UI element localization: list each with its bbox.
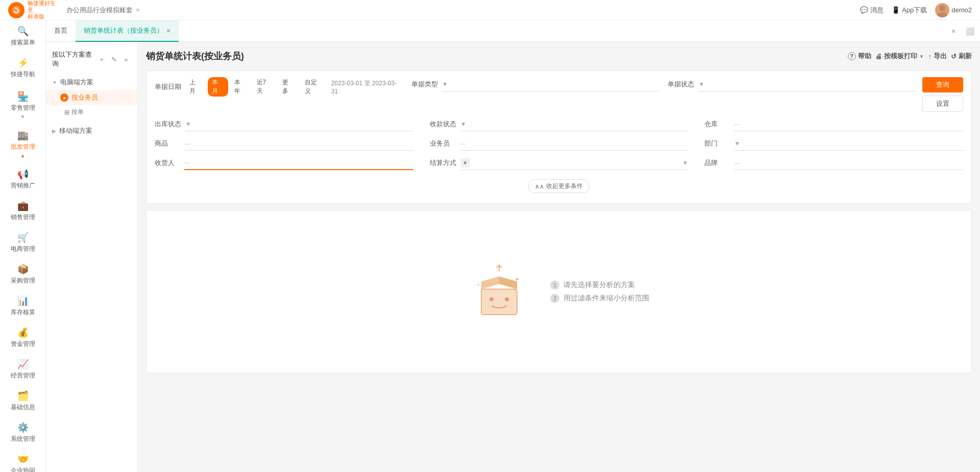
pc-section-header[interactable]: ▼ 电脑端方案 xyxy=(46,75,137,90)
sidebar-item-search[interactable]: 🔍 搜索菜单 xyxy=(0,20,45,52)
marketing-label: 营销推广 xyxy=(11,181,35,190)
query-button[interactable]: 查询 xyxy=(922,77,963,92)
out-status-label: 出库状态 xyxy=(155,120,181,129)
date-btn-more[interactable]: 更多 xyxy=(278,77,299,97)
out-status-select[interactable]: ▼ xyxy=(185,117,413,131)
panel-collapse-button[interactable]: « xyxy=(121,54,131,64)
wholesale-arrow: ▲ xyxy=(20,153,26,158)
panel-add-button[interactable]: + xyxy=(96,54,107,64)
salesman-dots[interactable]: ··· xyxy=(459,139,465,148)
warehouse-dots[interactable]: ··· xyxy=(734,120,740,128)
filter-area: 单据日期 上月 本月 本年 近7天 更多 自定义 2023-03-01 至 20… xyxy=(146,70,972,204)
mobile-section-arrow: ▶ xyxy=(52,128,56,134)
panel-sub-item-order[interactable]: ⊞ 按单 xyxy=(46,105,137,119)
sidebar-item-quicknav[interactable]: ⚡ 快捷导航 xyxy=(0,52,45,84)
help-button[interactable]: ? 帮助 xyxy=(848,52,871,61)
collapse-button[interactable]: ∧∧ 收起更多条件 xyxy=(528,179,590,193)
receiver-label: 收货人 xyxy=(155,158,180,168)
tab-close-button[interactable]: × xyxy=(166,27,170,35)
tab-maximize-button[interactable]: ⬜ xyxy=(964,25,976,37)
message-button[interactable]: 💬 消息 xyxy=(860,6,884,15)
tab-home-label: 首页 xyxy=(54,26,67,35)
mobile-section-label: 移动端方案 xyxy=(59,126,92,135)
panel-header-actions: + ✎ « xyxy=(96,54,131,64)
inventory-label: 库存核算 xyxy=(11,308,35,317)
order-type-label: 单据类型 xyxy=(411,80,438,89)
sidebar-item-marketing[interactable]: 📢 营销推广 xyxy=(0,163,45,195)
order-status-arrow: ▼ xyxy=(698,81,704,88)
sidebar-item-finance[interactable]: 💰 资金管理 xyxy=(0,322,45,353)
order-type-select[interactable]: ▼ xyxy=(442,77,660,91)
warehouse-select[interactable]: ··· xyxy=(734,117,963,131)
receipt-status-label: 收款状态 xyxy=(430,120,456,129)
filter-goods: 商品 ··· xyxy=(155,136,413,151)
sidebar-item-system[interactable]: ⚙️ 系统管理 xyxy=(0,417,45,449)
panel-edit-button[interactable]: ✎ xyxy=(109,54,119,64)
dept-label: 部门 xyxy=(704,139,730,148)
date-btn-thismonth[interactable]: 本月 xyxy=(208,77,228,97)
system-icon: ⚙️ xyxy=(17,422,29,433)
salesman-label: 业务员 xyxy=(430,139,455,148)
sidebar-item-retail[interactable]: 🏪 零售管理 ▼ xyxy=(0,86,45,125)
sidebar-item-enterprise[interactable]: 🤝 企业协同 xyxy=(0,449,45,472)
settlement-select[interactable]: × ▼ xyxy=(460,156,689,170)
collapse-icon: ∧∧ xyxy=(535,183,544,190)
print-icon: 🖨 xyxy=(875,53,882,60)
sidebar-item-basic[interactable]: 🗂️ 基础信息 xyxy=(0,385,45,417)
dept-select[interactable]: ▼ xyxy=(734,136,963,151)
warehouse-label: 仓库 xyxy=(704,120,730,129)
goods-select[interactable]: ··· xyxy=(184,136,413,151)
tab-bar-actions: × ⬜ xyxy=(947,25,980,37)
date-btn-lastmonth[interactable]: 上月 xyxy=(185,77,206,97)
tip-num-1: 1 xyxy=(550,280,559,290)
purchase-icon: 📦 xyxy=(17,264,29,275)
panel-item-salesperson[interactable]: ● 按业务员 xyxy=(46,90,137,105)
order-status-select[interactable]: ▼ xyxy=(698,77,916,91)
goods-dots[interactable]: ··· xyxy=(184,139,190,148)
sidebar-item-management[interactable]: 📈 经营管理 xyxy=(0,353,45,385)
order-icon: ⊞ xyxy=(64,109,69,116)
date-btn-custom[interactable]: 自定义 xyxy=(301,77,327,97)
receiver-dots[interactable]: ··· xyxy=(184,158,190,167)
tip-text-1: 请先选择要分析的方案 xyxy=(564,280,635,290)
sidebar-item-sales[interactable]: 💼 销售管理 xyxy=(0,195,45,227)
sidebar-item-wholesale[interactable]: 🏬 批发管理 ▲ xyxy=(0,125,45,163)
refresh-button[interactable]: ↺ 刷新 xyxy=(951,52,972,61)
basic-icon: 🗂️ xyxy=(17,390,29,402)
settlement-label: 结算方式 xyxy=(430,158,456,168)
help-label: 帮助 xyxy=(858,52,871,61)
sidebar-item-purchase[interactable]: 📦 采购管理 xyxy=(0,258,45,290)
settlement-arrow: ▼ xyxy=(682,159,688,167)
sidebar-item-ecommerce[interactable]: 🛒 电商管理 xyxy=(0,227,45,258)
sidebar-item-inventory[interactable]: 📊 库存核算 xyxy=(0,290,45,322)
salesman-select[interactable]: ··· xyxy=(459,136,689,151)
tab-current[interactable]: 销货单统计表（按业务员） × xyxy=(76,20,179,42)
export-button[interactable]: ↑ 导出 xyxy=(928,52,947,61)
page-title-area: 销货单统计表(按业务员) ? 帮助 🖨 按模板打印 ▼ xyxy=(146,50,972,62)
top-bar-left: 畅捷通好生意标准版 办公用品行业模拟账套 ▼ xyxy=(8,0,141,20)
date-range: 2023-03-01 至 2023-03-31 xyxy=(331,79,403,95)
settings-button[interactable]: 设置 xyxy=(922,96,963,112)
empty-tip-2: 2 用过滤条件来缩小分析范围 xyxy=(550,294,649,303)
settlement-tag-close[interactable]: × xyxy=(463,159,467,167)
print-dropdown-arrow: ▼ xyxy=(919,54,924,59)
mobile-section-header[interactable]: ▶ 移动端方案 xyxy=(46,123,137,138)
tab-close-all-button[interactable]: × xyxy=(947,25,960,37)
app-icon: 📱 xyxy=(892,6,900,14)
tab-home[interactable]: 首页 xyxy=(46,20,76,42)
app-download-button[interactable]: 📱 App下载 xyxy=(892,6,927,15)
wholesale-label: 批发管理 xyxy=(11,143,35,151)
empty-illustration: ✦ ✦ ✦ xyxy=(469,261,530,322)
brand-select[interactable]: ··· xyxy=(734,156,963,170)
print-button[interactable]: 🖨 按模板打印 ▼ xyxy=(875,52,924,61)
user-area[interactable]: demo2 xyxy=(935,3,972,17)
filter-date: 单据日期 上月 本月 本年 近7天 更多 自定义 2023-03-01 至 20… xyxy=(155,77,403,97)
brand-dots[interactable]: ··· xyxy=(734,159,740,167)
tip-num-2: 2 xyxy=(550,294,559,303)
receipt-status-select[interactable]: ▼ xyxy=(460,117,689,131)
filter-receipt-status: 收款状态 ▼ xyxy=(422,117,689,131)
date-btn-thisyear[interactable]: 本年 xyxy=(230,77,251,97)
left-panel: 按以下方案查询 + ✎ « ▼ 电脑端方案 ● xyxy=(46,42,138,472)
receiver-select[interactable]: ··· xyxy=(184,156,413,170)
date-btn-7days[interactable]: 近7天 xyxy=(253,77,277,97)
